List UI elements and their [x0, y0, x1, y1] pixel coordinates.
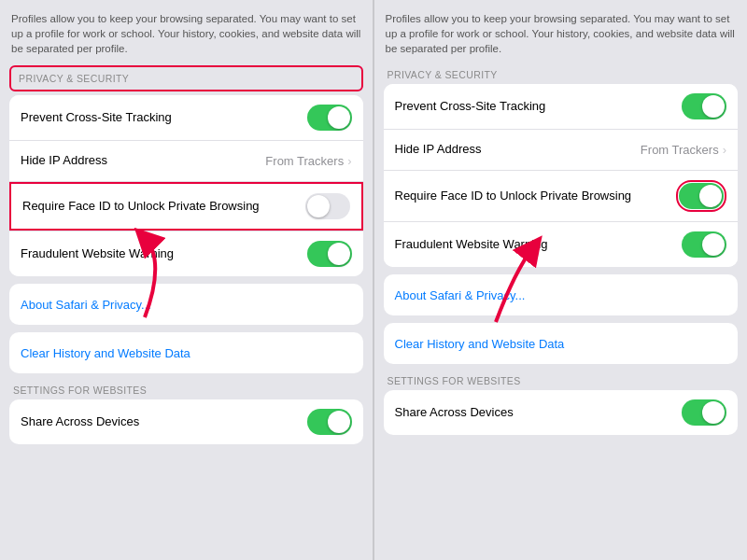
right-panel-wrapper: Profiles allow you to keep your browsing… [374, 0, 748, 560]
face-id-highlight-left: Require Face ID to Unlock Private Browsi… [9, 182, 363, 231]
privacy-section-highlight-left: PRIVACY & SECURITY [9, 65, 363, 91]
clear-history-row-left[interactable]: Clear History and Website Data [9, 332, 363, 373]
about-row-right[interactable]: About Safari & Privacy... [384, 274, 739, 315]
hide-ip-chevron-left: › [347, 154, 351, 168]
prevent-tracking-label-right: Prevent Cross-Site Tracking [395, 99, 683, 115]
share-across-card-left: Share Across Devices [9, 399, 363, 444]
clear-history-card-right: Clear History and Website Data [384, 323, 739, 364]
fraud-warning-row-left: Fraudulent Website Warning [9, 231, 363, 276]
right-panel: Profiles allow you to keep your browsing… [374, 0, 748, 560]
face-id-row-right: Require Face ID to Unlock Private Browsi… [384, 171, 739, 222]
share-across-toggle-left[interactable] [307, 409, 352, 435]
prevent-tracking-row-right: Prevent Cross-Site Tracking [384, 84, 739, 130]
prevent-tracking-row-left: Prevent Cross-Site Tracking [9, 95, 363, 141]
intro-text-left: Profiles allow you to keep your browsing… [9, 11, 363, 56]
share-across-row-right: Share Across Devices [384, 390, 739, 435]
hide-ip-label-left: Hide IP Address [21, 153, 265, 169]
fraud-warning-knob-left [328, 243, 350, 265]
settings-for-websites-label-left: SETTINGS FOR WEBSITES [9, 385, 363, 396]
face-id-knob-left [307, 195, 330, 217]
about-card-right: About Safari & Privacy... [384, 274, 739, 315]
fraud-warning-toggle-right[interactable] [682, 231, 726, 258]
hide-ip-row-right[interactable]: Hide IP Address From Trackers › [384, 130, 739, 171]
about-link-right[interactable]: About Safari & Privacy... [395, 288, 526, 302]
privacy-section-label-right: PRIVACY & SECURITY [384, 69, 739, 80]
settings-for-websites-label-right: SETTINGS FOR WEBSITES [384, 375, 739, 386]
clear-history-text-left[interactable]: Clear History and Website Data [21, 346, 190, 360]
hide-ip-label-right: Hide IP Address [395, 142, 641, 158]
privacy-settings-card-right: Prevent Cross-Site Tracking Hide IP Addr… [384, 84, 739, 267]
share-across-label-left: Share Across Devices [21, 414, 307, 430]
face-id-inner-right: Require Face ID to Unlock Private Browsi… [395, 180, 727, 212]
hide-ip-chevron-right: › [723, 143, 726, 157]
left-panel: Profiles allow you to keep your browsing… [0, 0, 374, 560]
privacy-section-label-left: PRIVACY & SECURITY [15, 73, 358, 84]
face-id-label-left: Require Face ID to Unlock Private Browsi… [22, 199, 305, 215]
prevent-tracking-label-left: Prevent Cross-Site Tracking [21, 110, 307, 126]
hide-ip-row-left[interactable]: Hide IP Address From Trackers › [9, 141, 363, 182]
privacy-settings-card-left: Prevent Cross-Site Tracking Hide IP Addr… [9, 95, 363, 276]
hide-ip-value-right: From Trackers [641, 143, 719, 157]
about-card-left: About Safari & Privacy... [9, 284, 363, 325]
face-id-toggle-left[interactable] [305, 193, 350, 219]
about-row-left[interactable]: About Safari & Privacy... [9, 284, 363, 325]
share-across-knob-left [328, 411, 350, 433]
face-id-label-right: Require Face ID to Unlock Private Browsi… [395, 189, 677, 204]
prevent-tracking-knob-left [328, 106, 350, 129]
clear-history-card-left: Clear History and Website Data [9, 332, 363, 373]
share-across-card-right: Share Across Devices [384, 390, 739, 435]
fraud-warning-knob-right [702, 233, 725, 256]
face-id-toggle-highlight-right [676, 180, 726, 212]
fraud-warning-label-right: Fraudulent Website Warning [395, 237, 683, 253]
about-link-left[interactable]: About Safari & Privacy... [21, 298, 151, 312]
share-across-label-right: Share Across Devices [395, 405, 683, 421]
clear-history-text-right[interactable]: Clear History and Website Data [395, 337, 565, 351]
prevent-tracking-knob-right [702, 95, 725, 118]
face-id-row-left: Require Face ID to Unlock Private Browsi… [11, 184, 361, 229]
share-across-row-left: Share Across Devices [9, 399, 363, 444]
face-id-toggle-right[interactable] [679, 183, 724, 209]
intro-text-right: Profiles allow you to keep your browsing… [384, 11, 739, 56]
prevent-tracking-toggle-left[interactable] [307, 105, 352, 131]
fraud-warning-row-right: Fraudulent Website Warning [384, 222, 739, 267]
clear-history-row-right[interactable]: Clear History and Website Data [384, 323, 739, 364]
fraud-warning-toggle-left[interactable] [307, 241, 352, 267]
fraud-warning-label-left: Fraudulent Website Warning [21, 246, 307, 262]
prevent-tracking-toggle-right[interactable] [682, 93, 726, 119]
share-across-knob-right [702, 401, 725, 424]
face-id-inner-left: Require Face ID to Unlock Private Browsi… [22, 193, 350, 219]
hide-ip-value-left: From Trackers [265, 154, 344, 168]
share-across-toggle-right[interactable] [682, 399, 726, 426]
face-id-knob-right [699, 185, 722, 207]
